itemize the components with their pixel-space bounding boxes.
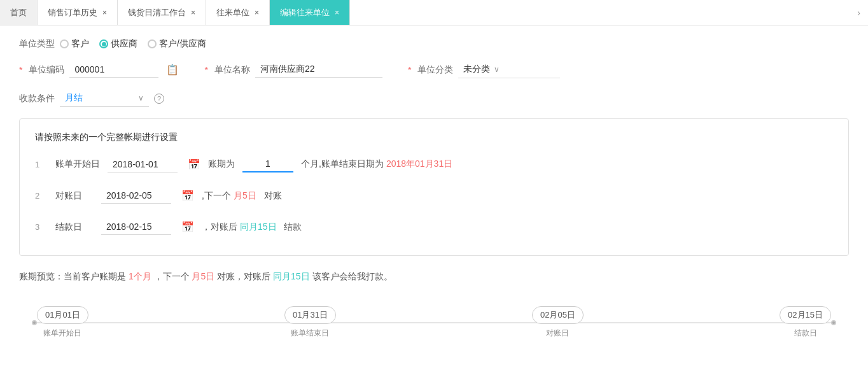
panel-title: 请按照未来的一个完整帐期进行设置 (35, 132, 833, 143)
unit-class-group: * 单位分类 未分类 ∨ (408, 61, 560, 78)
timeline-label-2: 账单结束日 (291, 328, 329, 339)
tab-sales-history[interactable]: 销售订单历史 × (38, 0, 118, 25)
period-row-2: 2 对账日 📅 ,下一个月5日 对账 (35, 188, 833, 204)
preview-reconcile: 月5日 (192, 271, 214, 281)
tab-bar: 首页 销售订单历史 × 钱货日清工作台 × 往来单位 × 编辑往来单位 × › (0, 0, 868, 25)
preview-pay-after: 该客户会给我打款。 (312, 271, 393, 281)
period-row-3-num: 3 (35, 222, 48, 232)
period-row-3-suffix: 结款 (284, 222, 302, 233)
timeline-node-1: 01月01日 账单开始日 (37, 306, 88, 339)
timeline-nodes: 01月01日 账单开始日 01月31日 账单结束日 02月05日 对账日 02月… (37, 306, 831, 339)
radio-both[interactable]: 客户/供应商 (148, 38, 206, 50)
payment-value: 月结 (65, 92, 134, 104)
unit-code-group: * 单位编码 📋 (19, 62, 179, 78)
period-row-1: 1 账单开始日 📅 账期为 个月,账单结束日期为 2018年01月31日 (35, 156, 833, 172)
unit-type-label: 单位类型 (19, 38, 55, 50)
period-row-3: 3 结款日 📅 ，对账后同月15日 结款 (35, 219, 833, 235)
unit-class-required: * (408, 65, 411, 75)
preview-label: 账期预览：当前客户账期是 (19, 271, 126, 281)
period-row-1-desc: 账期为 (208, 158, 235, 170)
period-row-3-date-input[interactable] (101, 219, 171, 235)
preview-text: 账期预览：当前客户账期是 1个月 ，下一个 月5日 对账，对账后 同月15日 该… (19, 269, 849, 285)
timeline-label-4: 结款日 (794, 328, 817, 339)
preview-section: 账期预览：当前客户账期是 1个月 ，下一个 月5日 对账，对账后 同月15日 该… (19, 269, 849, 345)
timeline-end-dot (831, 320, 836, 325)
radio-customer[interactable]: 客户 (60, 38, 89, 50)
tab-edit-unit[interactable]: 编辑往来单位 × (270, 0, 350, 25)
help-icon[interactable]: ? (154, 94, 164, 104)
period-row-1-cal-icon[interactable]: 📅 (188, 158, 200, 171)
tab-home[interactable]: 首页 (0, 0, 38, 25)
radio-supplier-label: 供应商 (111, 38, 137, 50)
preview-period: 1个月 (129, 271, 151, 281)
period-row-2-label: 对账日 (55, 190, 94, 202)
payment-select[interactable]: 月结 ∨ (60, 90, 149, 107)
radio-customer-circle (60, 39, 69, 48)
radio-both-circle (148, 39, 157, 48)
month-input[interactable] (242, 156, 293, 172)
timeline-badge-2: 01月31日 (284, 306, 336, 324)
unit-info-row: * 单位编码 📋 * 单位名称 * 单位分类 未分类 ∨ (19, 61, 849, 78)
period-row-1-label: 账单开始日 (55, 158, 100, 170)
unit-type-group: 单位类型 客户 供应商 客户/供应商 (19, 38, 206, 50)
tab-unit-label: 往来单位 (216, 7, 249, 18)
unit-class-chevron: ∨ (494, 65, 500, 74)
payment-label: 收款条件 (19, 93, 55, 104)
tab-unit-close[interactable]: × (255, 8, 259, 17)
period-row-1-date-input[interactable] (108, 157, 178, 172)
period-row-2-suffix: 对账 (264, 190, 282, 202)
preview-pay: 同月15日 (273, 271, 310, 281)
unit-type-row: 单位类型 客户 供应商 客户/供应商 (19, 38, 849, 50)
payment-row: 收款条件 月结 ∨ ? (19, 90, 849, 107)
period-row-2-num: 2 (35, 191, 48, 201)
unit-code-input[interactable] (69, 62, 158, 78)
timeline: 01月01日 账单开始日 01月31日 账单结束日 02月05日 对账日 02月… (19, 300, 849, 345)
unit-code-label: 单位编码 (29, 64, 64, 76)
radio-group: 客户 供应商 客户/供应商 (60, 38, 206, 50)
radio-both-label: 客户/供应商 (159, 38, 206, 50)
unit-class-select[interactable]: 未分类 ∨ (458, 61, 560, 78)
tab-cash-work[interactable]: 钱货日清工作台 × (118, 0, 206, 25)
tab-cash-work-label: 钱货日清工作台 (128, 7, 186, 18)
period-row-3-desc: ，对账后同月15日 结款 (202, 222, 302, 233)
unit-name-input[interactable] (255, 62, 382, 78)
preview-middle: ，下一个 (154, 271, 190, 281)
period-panel: 请按照未来的一个完整帐期进行设置 1 账单开始日 📅 账期为 个月,账单结束日期… (19, 118, 849, 256)
period-row-1-month-unit: 个月,账单结束日期为 2018年01月31日 (301, 158, 452, 170)
unit-code-icon[interactable]: 📋 (166, 64, 179, 76)
period-row-3-label: 结款日 (55, 222, 94, 233)
timeline-node-4: 02月15日 结款日 (780, 306, 831, 339)
timeline-badge-1: 01月01日 (37, 306, 88, 324)
preview-reconcile-after: 对账，对账后 (217, 271, 270, 281)
period-end-date: 2018年01月31日 (386, 158, 452, 170)
radio-supplier[interactable]: 供应商 (99, 38, 137, 50)
tab-edit-unit-close[interactable]: × (335, 8, 339, 17)
tab-unit[interactable]: 往来单位 × (206, 0, 270, 25)
unit-code-required: * (19, 65, 22, 75)
timeline-start-dot (32, 320, 37, 325)
tab-home-label: 首页 (10, 7, 27, 18)
period-row-3-highlight: 同月15日 (240, 222, 277, 233)
tab-sales-history-label: 销售订单历史 (48, 7, 97, 18)
period-row-3-cal-icon[interactable]: 📅 (181, 221, 194, 233)
tab-cash-work-close[interactable]: × (191, 8, 195, 17)
period-row-2-highlight: 月5日 (234, 190, 256, 202)
period-row-1-suffix: 账期为 (208, 158, 235, 170)
unit-name-required: * (204, 65, 207, 75)
timeline-label-3: 对账日 (546, 328, 569, 339)
tab-sales-history-close[interactable]: × (102, 8, 107, 17)
unit-name-group: * 单位名称 (204, 62, 382, 78)
payment-chevron: ∨ (138, 94, 144, 102)
unit-name-label: 单位名称 (214, 64, 250, 76)
chevron-right-icon: › (857, 8, 860, 18)
timeline-node-3: 02月05日 对账日 (532, 306, 584, 339)
page-content: 单位类型 客户 供应商 客户/供应商 * 单位编码 (0, 25, 868, 387)
payment-group: 收款条件 月结 ∨ ? (19, 90, 164, 107)
unit-class-value: 未分类 (463, 64, 490, 75)
timeline-label-1: 账单开始日 (43, 328, 81, 339)
tab-expand-button[interactable]: › (850, 0, 868, 25)
period-row-2-desc: ,下一个月5日 对账 (202, 190, 282, 202)
timeline-badge-4: 02月15日 (780, 306, 831, 324)
period-row-2-cal-icon[interactable]: 📅 (181, 190, 194, 202)
period-row-2-date-input[interactable] (101, 188, 171, 204)
